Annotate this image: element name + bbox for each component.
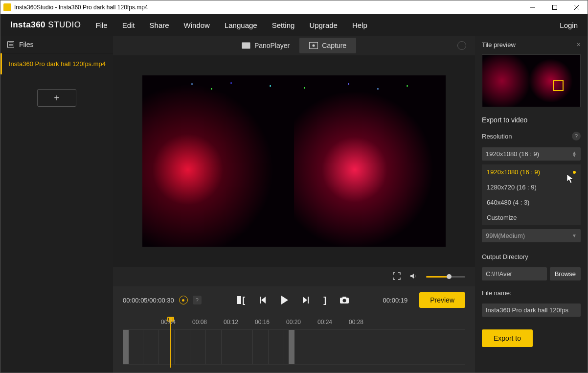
resolution-value: 1920x1080 (16 : 9): [486, 150, 539, 158]
resolution-select[interactable]: 1920x1080 (16 : 9) ▲▼: [482, 147, 581, 161]
file-item[interactable]: Insta360 Pro dark hall 120fps.mp4: [0, 53, 113, 74]
next-frame-button[interactable]: [302, 297, 310, 303]
bitrate-select[interactable]: 99M(Medium) ▼: [482, 229, 581, 242]
browse-button[interactable]: Browse: [550, 267, 581, 280]
tile-preview-view[interactable]: [482, 54, 581, 107]
tab-panoplayer-label: PanoPlayer: [254, 42, 290, 49]
tick: 00:08: [192, 319, 207, 326]
window-title: Insta360Studio - Insta360 Pro dark hall …: [14, 4, 148, 11]
panoplayer-icon: [242, 42, 250, 49]
tab-capture[interactable]: Capture: [299, 38, 356, 53]
play-button[interactable]: [280, 296, 288, 304]
files-header-label: Files: [19, 41, 34, 48]
right-panel: Tile preview × Export to video Resolutio…: [475, 36, 588, 373]
login-link[interactable]: Login: [560, 21, 578, 29]
chevron-down-icon: ▼: [572, 233, 577, 238]
tick: 00:04: [161, 319, 176, 326]
snapshot-button[interactable]: [340, 297, 349, 303]
resolution-label: Resolution: [482, 133, 512, 140]
output-directory-label: Output Directory: [482, 253, 581, 260]
close-icon[interactable]: ×: [577, 41, 581, 48]
mark-out-button[interactable]: ]: [323, 295, 326, 305]
brand: Insta360 STUDIO: [10, 20, 81, 30]
resolution-option[interactable]: 640x480 (4 : 3): [482, 195, 581, 210]
menu-help[interactable]: Help: [352, 21, 367, 29]
timecode: 00:00:05/00:00:30: [123, 297, 174, 304]
tab-capture-label: Capture: [322, 42, 346, 49]
tick: 00:16: [255, 319, 270, 326]
menu-upgrade[interactable]: Upgrade: [309, 21, 338, 29]
fullscreen-icon[interactable]: [393, 272, 402, 281]
preview-button[interactable]: Preview: [419, 292, 465, 308]
resolution-option[interactable]: Customize: [482, 210, 581, 225]
export-to-button[interactable]: Export to: [482, 329, 533, 347]
timeline-ruler[interactable]: 00:04 00:08 00:12 00:16 00:20 00:24 00:2…: [123, 319, 465, 329]
clip-in-handle[interactable]: [123, 330, 129, 364]
refresh-icon[interactable]: [457, 41, 466, 50]
menu-share[interactable]: Share: [150, 21, 169, 29]
file-name-label: File name:: [482, 289, 581, 297]
timeline[interactable]: 00:04 00:08 00:12 00:16 00:20 00:24 00:2…: [113, 314, 475, 373]
menu-edit[interactable]: Edit: [122, 21, 135, 29]
menubar: Insta360 STUDIO File Edit Share Window L…: [0, 14, 588, 36]
bitrate-value: 99M(Medium): [486, 232, 525, 239]
svg-rect-9: [342, 297, 346, 298]
menu-file[interactable]: File: [96, 21, 108, 29]
app-icon: [3, 3, 11, 11]
tick: 00:24: [317, 319, 332, 326]
svg-point-6: [313, 45, 315, 47]
playhead[interactable]: [170, 321, 171, 368]
menu-language[interactable]: Language: [225, 21, 257, 29]
tab-panoplayer[interactable]: PanoPlayer: [232, 38, 299, 53]
resolution-option[interactable]: 1920x1080 (16 : 9): [482, 164, 581, 180]
svg-rect-1: [552, 5, 557, 10]
volume-icon[interactable]: [409, 272, 418, 281]
resolution-option[interactable]: 1280x720 (16 : 9): [482, 180, 581, 195]
close-button[interactable]: [565, 0, 588, 14]
select-arrows-icon: ▲▼: [572, 151, 577, 157]
files-icon: [7, 41, 14, 48]
prev-frame-button[interactable]: [259, 297, 267, 303]
output-directory-input[interactable]: [482, 267, 547, 280]
menu-setting[interactable]: Setting: [272, 21, 295, 29]
minimize-button[interactable]: [521, 0, 543, 14]
capture-icon: [309, 42, 318, 49]
export-section-title: Export to video: [482, 116, 581, 124]
end-timecode: 00:00:19: [383, 297, 408, 304]
maximize-button[interactable]: [543, 0, 565, 14]
add-file-button[interactable]: +: [37, 89, 76, 107]
viewport-indicator[interactable]: [553, 80, 564, 91]
video-preview[interactable]: [113, 55, 475, 267]
svg-rect-4: [242, 43, 250, 49]
tick: 00:12: [224, 319, 238, 326]
file-name-input[interactable]: [482, 303, 581, 317]
timeline-track[interactable]: [123, 329, 465, 365]
menu-window[interactable]: Window: [184, 21, 210, 29]
tile-preview-title: Tile preview: [482, 41, 516, 48]
volume-slider[interactable]: [426, 276, 465, 278]
resolution-dropdown: 1920x1080 (16 : 9) 1280x720 (16 : 9) 640…: [482, 164, 581, 225]
tick: 00:28: [349, 319, 363, 326]
mark-in-button[interactable]: [: [235, 295, 245, 305]
target-icon[interactable]: [179, 296, 188, 304]
sidebar: Files Insta360 Pro dark hall 120fps.mp4 …: [0, 36, 113, 373]
help-icon[interactable]: ?: [193, 296, 202, 304]
titlebar: Insta360Studio - Insta360 Pro dark hall …: [0, 0, 588, 14]
help-icon[interactable]: ?: [572, 132, 581, 140]
svg-point-8: [343, 299, 346, 303]
tick: 00:20: [286, 319, 301, 326]
